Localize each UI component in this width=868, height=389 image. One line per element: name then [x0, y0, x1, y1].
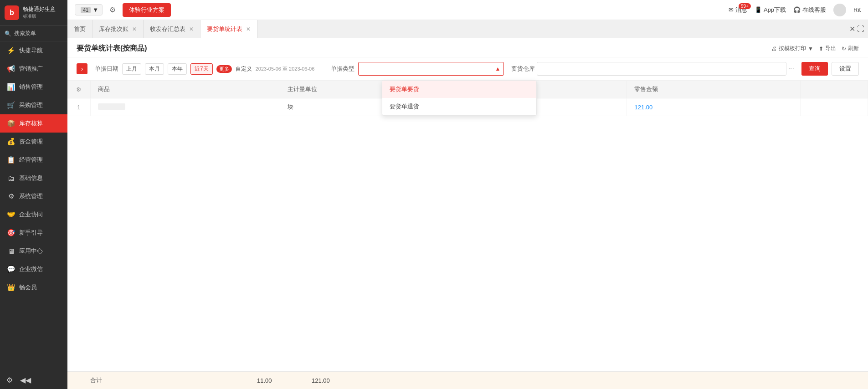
top-bar-left: 41 ▼ ⚙ 体验行业方案 — [75, 3, 723, 17]
app-download-label: App下载 — [764, 6, 786, 14]
wechat-icon: 💬 — [6, 265, 15, 274]
tab-home[interactable]: 首页 — [67, 20, 92, 38]
user-name: Rit — [853, 6, 861, 13]
tab-inventory-batch-close[interactable]: ✕ — [132, 26, 137, 32]
dropdown-item-order-return[interactable]: 要货单退货 — [382, 98, 536, 115]
guide-icon: 🎯 — [6, 228, 15, 237]
tabs-right: ✕ ⛶ — [846, 20, 868, 38]
search-icon: 🔍 — [5, 31, 11, 37]
dropdown-item-order-goods[interactable]: 要货单要货 — [382, 81, 536, 98]
date-range-text: 2023-05-06 至 2023-06-06 — [256, 66, 315, 72]
sidebar-item-basic[interactable]: 🗂 基础信息 — [0, 169, 67, 187]
refresh-icon: ↻ — [842, 46, 846, 52]
sidebar-item-label: 销售管理 — [19, 83, 43, 91]
table-footer: 合计 11.00 121.00 — [67, 371, 868, 389]
sidebar-item-member[interactable]: 👑 畅会员 — [0, 278, 67, 297]
sidebar-item-label: 畅会员 — [19, 283, 37, 292]
filter-expand-button[interactable]: › — [77, 63, 87, 74]
date-custom-button[interactable]: 自定义 — [236, 65, 252, 73]
sidebar-item-label: 新手引导 — [19, 229, 43, 237]
topbar-gear-button[interactable]: ⚙ — [106, 4, 119, 16]
tab-order-summary[interactable]: 要货单统计表 ✕ — [200, 20, 257, 38]
sidebar-item-finance[interactable]: 💰 资金管理 — [0, 133, 67, 151]
type-filter-section: 单据类型 ▲ — [331, 62, 504, 76]
sidebar-item-label: 快捷导航 — [19, 46, 43, 55]
sidebar-item-marketing[interactable]: 📢 营销推广 — [0, 60, 67, 78]
tab-inventory-batch[interactable]: 库存批次账 ✕ — [92, 20, 144, 38]
type-select-input[interactable] — [358, 62, 504, 76]
date-more-badge[interactable]: 更多 — [216, 65, 232, 73]
sidebar-item-guide[interactable]: 🎯 新手引导 — [0, 224, 67, 242]
collapse-icon[interactable]: ◀◀ — [20, 376, 31, 384]
filter-buttons: 查询 设置 — [801, 62, 859, 76]
purchase-icon: 🛒 — [6, 101, 15, 110]
warehouse-input[interactable] — [537, 62, 786, 76]
sidebar-item-wechat[interactable]: 💬 企业微信 — [0, 260, 67, 278]
tab-recv-summary-label: 收发存汇总表 — [150, 25, 185, 33]
type-chevron-up-icon[interactable]: ▲ — [495, 66, 500, 72]
footer-quantity: 11.00 — [250, 377, 304, 384]
tab-close-all-button[interactable]: ✕ — [849, 25, 855, 33]
store-count: 41 — [81, 7, 91, 13]
sidebar-bottom: ⚙ ◀◀ — [0, 371, 67, 389]
tabs-bar: 首页 库存批次账 ✕ 收发存汇总表 ✕ 要货单统计表 ✕ ✕ ⛶ — [67, 20, 868, 38]
date-last-7days-button[interactable]: 近7天 — [190, 63, 213, 75]
logo-icon: b — [5, 5, 19, 20]
store-selector[interactable]: 41 ▼ — [75, 4, 103, 15]
print-icon: 🖨 — [771, 46, 777, 52]
sidebar-item-quick-nav[interactable]: ⚡ 快捷导航 — [0, 41, 67, 60]
export-button[interactable]: ⬆ 导出 — [819, 45, 836, 52]
trial-button[interactable]: 体验行业方案 — [123, 3, 171, 17]
sidebar-item-label: 库存核算 — [19, 119, 43, 128]
th-settings[interactable]: ⚙ — [67, 81, 90, 98]
date-this-month-button[interactable]: 本月 — [145, 63, 164, 75]
online-service-button[interactable]: 🎧 在线客服 — [793, 6, 826, 14]
sidebar-item-system[interactable]: ⚙ 系统管理 — [0, 187, 67, 205]
service-icon: 🎧 — [793, 6, 801, 13]
refresh-button[interactable]: ↻ 刷新 — [842, 45, 859, 52]
tab-order-summary-close[interactable]: ✕ — [246, 26, 251, 32]
date-prev-month-button[interactable]: 上月 — [122, 63, 141, 75]
sidebar-item-label: 系统管理 — [19, 192, 43, 200]
tab-inventory-batch-label: 库存批次账 — [99, 25, 128, 33]
sidebar-search-label: 搜索菜单 — [14, 30, 36, 37]
sidebar-search[interactable]: 🔍 搜索菜单 — [0, 26, 67, 41]
page-content: 要货单统计表(按商品) 🖨 按模板打印 ▼ ⬆ 导出 ↻ 刷新 — [67, 38, 868, 389]
query-button[interactable]: 查询 — [801, 62, 828, 76]
tab-expand-button[interactable]: ⛶ — [857, 25, 864, 33]
sidebar-item-purchase[interactable]: 🛒 采购管理 — [0, 96, 67, 114]
date-filter-label: 单据日期 — [95, 65, 118, 73]
sidebar-item-label: 营销推广 — [19, 65, 43, 73]
sidebar-item-sales[interactable]: 📊 销售管理 — [0, 78, 67, 96]
cell-num: 1 — [67, 98, 90, 116]
print-template-button[interactable]: 🖨 按模板打印 ▼ — [771, 45, 813, 52]
message-badge: 99+ — [739, 3, 751, 9]
inventory-icon: 📦 — [6, 119, 15, 128]
avatar[interactable] — [833, 4, 846, 16]
sidebar-nav: ⚡ 快捷导航 📢 营销推广 📊 销售管理 🛒 采购管理 📦 库存核算 💰 资金管… — [0, 41, 67, 371]
settings-icon[interactable]: ⚙ — [6, 376, 13, 384]
top-bar: 41 ▼ ⚙ 体验行业方案 ✉ 消息 99+ 📱 App下载 🎧 在线客服 Ri… — [67, 0, 868, 20]
message-icon: ✉ — [729, 6, 734, 13]
settings-filter-button[interactable]: 设置 — [832, 62, 859, 76]
print-chevron-icon: ▼ — [808, 46, 813, 52]
sidebar-item-inventory[interactable]: 📦 库存核算 — [0, 114, 67, 133]
date-this-year-button[interactable]: 本年 — [168, 63, 187, 75]
message-button[interactable]: ✉ 消息 99+ — [729, 6, 747, 14]
basic-icon: 🗂 — [6, 174, 15, 183]
app-download-button[interactable]: 📱 App下载 — [755, 6, 786, 14]
sidebar-item-label: 基础信息 — [19, 174, 43, 182]
member-icon: 👑 — [6, 283, 15, 292]
warehouse-more-icon[interactable]: ··· — [788, 65, 794, 73]
sidebar-item-app-center[interactable]: 🖥 应用中心 — [0, 242, 67, 260]
warehouse-filter-label: 要货仓库 — [511, 65, 535, 73]
tab-recv-summary-close[interactable]: ✕ — [189, 26, 194, 32]
cell-product — [90, 98, 280, 116]
sales-icon: 📊 — [6, 82, 15, 92]
tab-recv-summary[interactable]: 收发存汇总表 ✕ — [144, 20, 200, 38]
type-dropdown: 要货单要货 要货单退货 — [382, 80, 537, 116]
sidebar-item-label: 资金管理 — [19, 138, 43, 146]
product-placeholder — [98, 103, 125, 110]
sidebar-item-enterprise[interactable]: 🤝 企业协同 — [0, 205, 67, 224]
sidebar-item-operation[interactable]: 📋 经营管理 — [0, 151, 67, 169]
